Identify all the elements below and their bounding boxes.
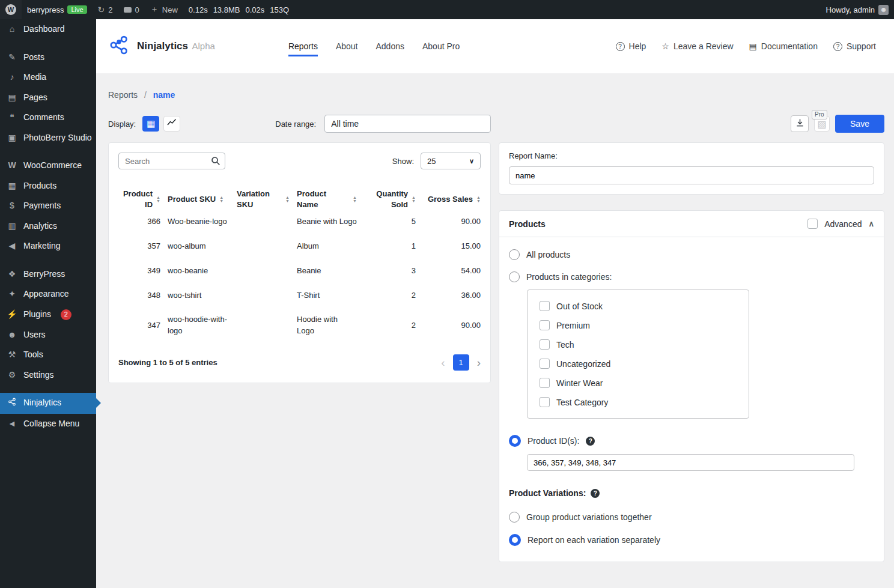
table-row[interactable]: 366 Woo-beanie-logo Beanie with Logo 5 9…	[118, 210, 481, 234]
in-categories-label: Products in categories:	[526, 272, 612, 282]
sidebar-item-dashboard[interactable]: ⌂ Dashboard	[0, 19, 96, 40]
table-row[interactable]: 357 woo-album Album 1 15.00	[118, 234, 481, 259]
radio-unchecked-icon[interactable]	[509, 271, 520, 282]
sidebar-item-posts[interactable]: ✎ Posts	[0, 47, 96, 68]
display-label: Display:	[108, 120, 136, 129]
sidebar-item-ninjalytics[interactable]: Ninjalytics	[0, 393, 96, 414]
comments-menu[interactable]: 0	[118, 0, 145, 19]
checkbox-icon[interactable]	[540, 359, 550, 369]
all-products-radio-row[interactable]: All products	[509, 249, 874, 260]
sidebar-item-plugins[interactable]: ⚡ Plugins 2	[0, 305, 96, 325]
date-range-input[interactable]	[324, 115, 491, 133]
radio-checked-icon[interactable]	[509, 435, 521, 447]
category-tech[interactable]: Tech	[540, 339, 737, 350]
sidebar-label: Payments	[23, 201, 61, 211]
wordpress-menu[interactable]: W	[0, 0, 22, 19]
support-link[interactable]: ? Support	[833, 41, 876, 51]
advanced-toggle[interactable]: Advanced ∧	[807, 219, 874, 229]
product-variations-heading: Product Variations: ?	[509, 488, 874, 498]
sidebar-item-pages[interactable]: ▤ Pages	[0, 88, 96, 108]
column-header-gross-sales[interactable]: Gross Sales ▲▼	[423, 189, 481, 210]
separate-variations-radio-row[interactable]: Report on each variation separately	[509, 534, 874, 546]
sidebar-item-payments[interactable]: $ Payments	[0, 196, 96, 216]
previous-page-icon[interactable]: ‹	[441, 356, 445, 369]
save-button[interactable]: Save	[835, 115, 884, 133]
sidebar-separator	[0, 385, 96, 393]
table-row[interactable]: 347 woo-hoodie-with-logo Hoodie with Log…	[118, 308, 481, 344]
sidebar-item-products[interactable]: ▦ Products	[0, 176, 96, 196]
new-content-menu[interactable]: ＋ New	[145, 0, 183, 19]
sidebar-item-settings[interactable]: ⚙ Settings	[0, 365, 96, 386]
radio-unchecked-icon[interactable]	[509, 512, 520, 523]
category-out-of-stock[interactable]: Out of Stock	[540, 301, 737, 311]
documentation-label: Documentation	[761, 41, 818, 51]
help-tooltip-icon[interactable]: ?	[591, 489, 600, 498]
product-ids-input[interactable]	[527, 454, 854, 471]
sort-icons: ▲▼	[285, 196, 290, 203]
sidebar-item-comments[interactable]: ❝ Comments	[0, 108, 96, 128]
column-header-quantity-sold[interactable]: Quantity Sold ▲▼	[364, 189, 423, 210]
checkbox-icon[interactable]	[540, 301, 550, 311]
report-name-input[interactable]	[509, 166, 874, 184]
tab-addons[interactable]: Addons	[376, 41, 404, 56]
stat-query-time: 0.02s	[245, 5, 264, 14]
checkbox-icon[interactable]	[540, 339, 550, 350]
howdy-text: Howdy, admin	[826, 5, 875, 14]
column-header-product-name[interactable]: Product Name ▲▼	[297, 189, 364, 210]
help-link[interactable]: ? Help	[616, 41, 646, 51]
breadcrumb-reports[interactable]: Reports	[108, 90, 138, 100]
sidebar-item-berrypress[interactable]: ❖ BerryPress	[0, 264, 96, 285]
download-icon	[795, 118, 804, 130]
category-uncategorized[interactable]: Uncategorized	[540, 359, 737, 369]
checkbox-icon[interactable]	[540, 397, 550, 407]
site-name-menu[interactable]: berrypress Live	[22, 0, 93, 19]
product-ids-radio-row[interactable]: Product ID(s): ?	[509, 435, 874, 447]
tab-about[interactable]: About	[336, 41, 358, 56]
account-menu[interactable]: Howdy, admin ☻	[821, 0, 894, 19]
category-premium[interactable]: Premium	[540, 320, 737, 330]
sidebar-item-collapse-menu[interactable]: ◄ Collapse Menu	[0, 414, 96, 434]
page-number-button[interactable]: 1	[453, 354, 469, 371]
pro-feature-button[interactable]: Pro ▨	[814, 116, 830, 132]
checkbox-icon[interactable]	[540, 378, 550, 388]
sidebar-item-tools[interactable]: ⚒ Tools	[0, 345, 96, 365]
documentation-link[interactable]: ▤ Documentation	[749, 41, 818, 51]
export-button[interactable]	[791, 115, 809, 132]
sidebar-item-photoberry-studio[interactable]: ▣ PhotoBerry Studio	[0, 128, 96, 148]
sidebar-item-marketing[interactable]: ◀ Marketing	[0, 236, 96, 256]
sidebar-item-analytics[interactable]: ▥ Analytics	[0, 216, 96, 237]
radio-checked-icon[interactable]	[509, 534, 521, 546]
display-table-button[interactable]: ▦	[142, 116, 159, 132]
chevron-up-icon[interactable]: ∧	[868, 219, 874, 228]
column-header-variation-sku[interactable]: Variation SKU ▲▼	[237, 189, 297, 210]
products-in-categories-radio-row[interactable]: Products in categories:	[509, 271, 874, 282]
show-entries-select[interactable]: 25 ∨	[421, 153, 481, 169]
category-test-category[interactable]: Test Category	[540, 397, 737, 407]
advanced-checkbox[interactable]	[807, 219, 818, 229]
table-row[interactable]: 348 woo-tshirt T-Shirt 2 36.00	[118, 283, 481, 308]
search-input[interactable]	[118, 153, 225, 169]
appearance-icon: ✦	[7, 289, 17, 300]
updates-menu[interactable]: ↻ 2	[93, 0, 118, 19]
sidebar-item-woocommerce[interactable]: W WooCommerce	[0, 156, 96, 176]
tab-reports[interactable]: Reports	[288, 41, 318, 56]
radio-unchecked-icon[interactable]	[509, 249, 520, 260]
next-page-icon[interactable]: ›	[477, 356, 481, 369]
sidebar-item-users[interactable]: ☻ Users	[0, 325, 96, 345]
column-header-product-id[interactable]: Product ID ▲▼	[118, 189, 168, 210]
display-chart-button[interactable]	[163, 116, 180, 132]
category-winter-wear[interactable]: Winter Wear	[540, 378, 737, 388]
group-variations-radio-row[interactable]: Group product variations together	[509, 512, 874, 523]
comments-icon	[124, 7, 132, 13]
column-header-product-sku[interactable]: Product SKU ▲▼	[168, 189, 237, 210]
leave-review-link[interactable]: ☆ Leave a Review	[661, 41, 733, 51]
table-row[interactable]: 349 woo-beanie Beanie 3 54.00	[118, 259, 481, 283]
help-tooltip-icon[interactable]: ?	[586, 437, 595, 446]
report-name-card: Report Name:	[499, 142, 884, 195]
checkbox-icon[interactable]	[540, 320, 550, 330]
sidebar-item-media[interactable]: ♪ Media	[0, 67, 96, 88]
show-label: Show:	[392, 157, 414, 166]
tab-about-pro[interactable]: About Pro	[422, 41, 460, 56]
sidebar-item-appearance[interactable]: ✦ Appearance	[0, 284, 96, 305]
product-ids-label: Product ID(s):	[528, 436, 579, 446]
